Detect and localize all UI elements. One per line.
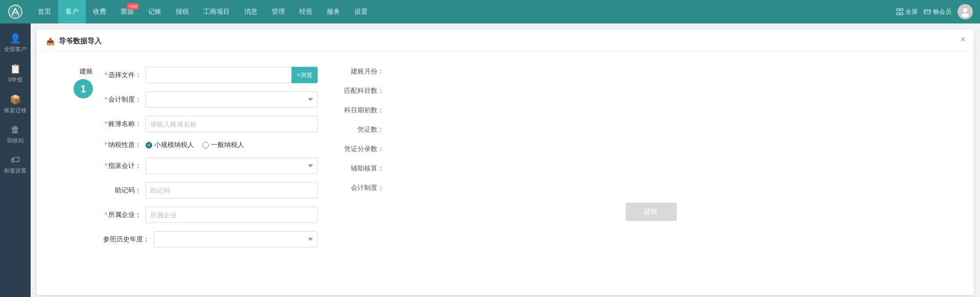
form-row-accounting-system: *会计制度：	[103, 91, 318, 108]
nav-item-manage[interactable]: 管理	[265, 0, 292, 23]
sidebar-label-labels: 标签设置	[4, 167, 27, 175]
company-input[interactable]	[146, 207, 318, 223]
avatar[interactable]	[958, 4, 973, 19]
nav-items: 首页 客户 收费 票据 new 记账 报税 工商项目 消息 管理 经营 服务 设…	[31, 0, 896, 23]
form-row-company: *所属企业：	[103, 207, 318, 223]
close-button[interactable]: ×	[960, 35, 966, 44]
info-section: 建账月份： 匹配科目数： 科目期初数： 凭证数： 凭证分录数：	[318, 67, 964, 256]
info-row-accounting-system: 会计制度：	[338, 183, 964, 192]
file-input-group: +浏览	[146, 67, 318, 83]
step-section: 建账 1	[47, 67, 93, 256]
browse-button[interactable]: +浏览	[292, 67, 318, 83]
nav-item-tax[interactable]: 报税	[169, 0, 196, 23]
nav-item-settings[interactable]: 设置	[347, 0, 375, 23]
radio-general-input[interactable]	[202, 142, 209, 148]
form-row-accountant: *指派会计：	[103, 158, 318, 174]
info-label-voucher-count: 凭证数：	[338, 125, 384, 134]
navbar: 首页 客户 收费 票据 new 记账 报税 工商项目 消息 管理 经营 服务 设…	[0, 0, 980, 23]
sidebar-label-all-clients: 全部客户	[4, 45, 27, 53]
info-label-match-count: 匹配科目数：	[338, 86, 384, 95]
svg-rect-5	[924, 10, 930, 14]
nav-item-invoices[interactable]: 票据 new	[113, 0, 141, 23]
main-content: 📤 导爷数据导入 × 建账 1 *选择文件：	[31, 23, 980, 297]
accountant-select[interactable]	[146, 158, 318, 174]
info-row-voucher-count: 凭证数：	[338, 125, 964, 134]
navbar-right: 全屏 畅会员	[896, 4, 973, 19]
form-row-ledger-name: *账簿名称：	[103, 116, 318, 132]
svg-rect-2	[900, 9, 903, 11]
svg-rect-4	[900, 13, 903, 15]
label-memo-code: 助记码：	[103, 186, 141, 195]
sidebar-label-migration: 账套迁移	[4, 107, 27, 114]
radio-small-taxpayer[interactable]: 小规模纳税人	[146, 140, 194, 150]
info-row-auxiliary: 辅助核算：	[338, 164, 964, 173]
sidebar-item-recycle[interactable]: 🗑 回收站	[0, 119, 31, 150]
label-accounting-system: *会计制度：	[103, 95, 141, 104]
ledger-name-input[interactable]	[146, 116, 318, 132]
step-label: 建账	[80, 67, 93, 76]
svg-point-8	[962, 13, 969, 17]
step-circle: 1	[74, 79, 93, 98]
info-row-build-month: 建账月份：	[338, 67, 964, 76]
tax-type-radio-group: 小规模纳税人 一般纳税人	[146, 140, 244, 150]
radio-small-input[interactable]	[146, 142, 152, 148]
svg-point-7	[963, 8, 967, 12]
nav-item-services[interactable]: 服务	[320, 0, 347, 23]
vip-button[interactable]: 畅会员	[924, 8, 951, 16]
radio-general-taxpayer[interactable]: 一般纳税人	[202, 140, 244, 150]
radio-general-label: 一般纳税人	[211, 140, 244, 150]
label-history-year: 参照历史年度：	[103, 235, 150, 244]
svg-point-6	[925, 10, 926, 11]
form-row-memo-code: 助记码：	[103, 182, 318, 199]
form-section: *选择文件： +浏览 *会计制度：	[103, 67, 318, 256]
sidebar-item-all-clients[interactable]: 👤 全部客户	[0, 28, 31, 58]
dialog-title: 导爷数据导入	[59, 37, 102, 46]
info-label-auxiliary: 辅助核算：	[338, 164, 384, 173]
fullscreen-label: 全屏	[905, 8, 918, 16]
history-year-select[interactable]	[154, 231, 318, 247]
info-label-initial-balance: 科目期初数：	[338, 106, 384, 115]
app-logo	[5, 2, 26, 22]
import-icon: 📤	[46, 37, 55, 45]
form-row-tax-type: *纳税性质： 小规模纳税人 一般纳税人	[103, 140, 318, 150]
new-badge: new	[127, 3, 139, 10]
recycle-icon: 🗑	[11, 125, 20, 135]
nav-item-messages[interactable]: 消息	[237, 0, 265, 23]
labels-icon: 🏷	[11, 155, 20, 165]
build-button[interactable]: 建账	[626, 203, 677, 221]
nav-item-fees[interactable]: 收费	[86, 0, 113, 23]
info-label-accounting-system: 会计制度：	[338, 183, 384, 192]
fullscreen-button[interactable]: 全屏	[896, 8, 918, 16]
nav-item-clients[interactable]: 客户	[58, 0, 86, 23]
nav-item-bookkeeping[interactable]: 记账	[141, 0, 169, 23]
info-row-voucher-entries: 凭证分录数：	[338, 144, 964, 154]
nav-item-home[interactable]: 首页	[31, 0, 58, 23]
migration-icon: 📦	[10, 94, 21, 105]
label-ledger-name: *账簿名称：	[103, 119, 141, 129]
label-file: *选择文件：	[103, 70, 141, 80]
memo-code-input[interactable]	[146, 182, 318, 199]
sidebar-item-labels[interactable]: 🏷 标签设置	[0, 150, 31, 180]
sidebar-label-recycle: 回收站	[7, 137, 24, 144]
accounting-system-select[interactable]	[146, 91, 318, 108]
info-row-match-count: 匹配科目数：	[338, 86, 964, 95]
declaration-icon: 📋	[10, 63, 21, 75]
dialog-card: 📤 导爷数据导入 × 建账 1 *选择文件：	[37, 30, 974, 295]
svg-rect-3	[897, 13, 899, 15]
nav-item-business[interactable]: 工商项目	[196, 0, 237, 23]
nav-item-operations[interactable]: 经营	[292, 0, 320, 23]
info-label-build-month: 建账月份：	[338, 67, 384, 76]
sidebar: 👤 全部客户 📋 0申报 📦 账套迁移 🗑 回收站 🏷 标签设置	[0, 23, 31, 297]
label-company: *所属企业：	[103, 210, 141, 219]
build-btn-area: 建账	[338, 203, 964, 221]
label-accountant: *指派会计：	[103, 161, 141, 170]
sidebar-item-migration[interactable]: 📦 账套迁移	[0, 89, 31, 119]
form-row-history-year: 参照历史年度：	[103, 231, 318, 247]
file-text-input[interactable]	[146, 67, 292, 83]
dialog-header: 📤 导爷数据导入 ×	[37, 30, 974, 52]
svg-point-0	[9, 5, 22, 18]
sidebar-item-declaration[interactable]: 📋 0申报	[0, 58, 31, 89]
vip-label: 畅会员	[933, 8, 951, 16]
form-row-file: *选择文件： +浏览	[103, 67, 318, 83]
radio-small-label: 小规模纳税人	[154, 140, 194, 150]
